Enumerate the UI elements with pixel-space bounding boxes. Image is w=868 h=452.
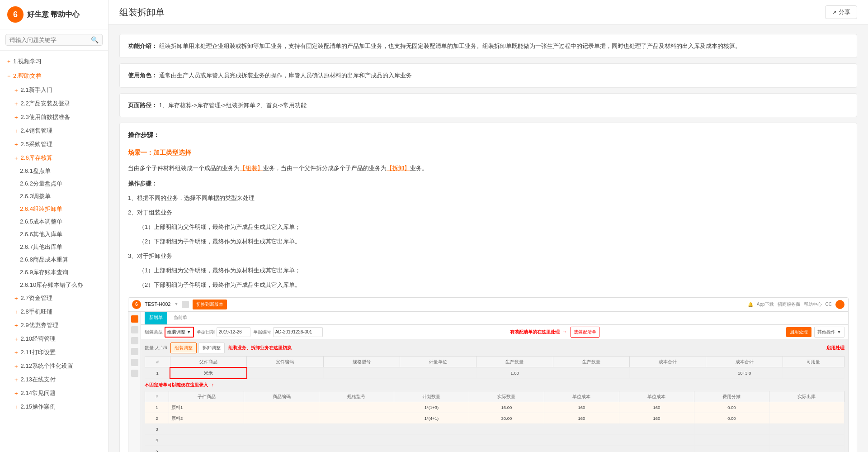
sidebar-item-2.2[interactable]: +2.2产品安装及登录 [0,97,108,110]
sidebar-item-2.6.7[interactable]: 2.6.7其他出库单 [0,241,108,253]
sim-th-child-code: 商品编码 [244,391,319,402]
td-spec [323,367,400,379]
sim-table-child-header-row: # 子件商品 商品编码 规格型号 计划数量 实际数量 单位成本 单位成本 [145,391,844,402]
sim-sidebar-icon-3 [131,337,138,344]
sidebar-item-1[interactable]: +1.视频学习 [0,54,108,69]
sidebar: 6 好生意 帮助中心 🔍 +1.视频学习−2.帮助文档+2.1新手入门+2.2产… [0,0,108,452]
sim-nav-btn: 切换到新版本 [193,300,227,309]
td-0-6: 160 [544,402,619,413]
main-content: 功能介绍： 组装拆卸单用来处理企业组装或拆卸等加工业务，支持有固定装配清单的产品… [108,25,868,452]
share-button[interactable]: ↗ 分享 [825,5,857,19]
td-seq: 1 [145,367,170,379]
sidebar-item-2.10[interactable]: +2.10经营管理 [0,332,108,346]
sidebar-label-2.13: 2.13在线支付 [21,376,56,384]
sim-sidebar-icon-5 [131,359,138,366]
sidebar-label-2.2: 2.2产品安装及登录 [21,100,70,108]
td-1-4: 1*(4+1) [394,413,469,423]
sidebar-item-2.14[interactable]: +2.14常见问题 [0,386,108,400]
sidebar-label-2.5: 2.5采购管理 [21,140,52,148]
td-2-6 [544,424,619,435]
sim-zaoshang: 招商服务商 [778,300,800,309]
sim-more-btn[interactable]: 其他操作 ▼ [814,327,844,338]
screenshot-container: 6 TEST-H002 ▼ 切换到新版本 🔔 App下载 招商服务商 帮助中心 … [128,297,849,452]
sidebar-logo: 6 好生意 帮助中心 [0,0,108,29]
td-unit [400,367,476,379]
td-1-9 [769,413,844,423]
sidebar-item-2.6.1[interactable]: 2.6.1盘点单 [0,165,108,177]
td-avail [783,367,844,379]
td-4-4 [394,446,469,452]
sim-tabs: 新增单 当前单 [141,312,848,325]
td-2-8 [694,424,769,435]
sidebar-item-2.4[interactable]: +2.4销售管理 [0,124,108,138]
sidebar-item-2.6.9[interactable]: 2.6.9库存账本查询 [0,266,108,279]
sim-th-unit: 计量单位 [400,356,476,367]
sidebar-label-2.9: 2.9优惠券管理 [21,321,58,329]
sidebar-label-2.10: 2.10经营管理 [21,335,56,343]
sim-select-bom-btn[interactable]: 选装配清单 [571,327,599,338]
sim-table-parent-header: # 父件商品 父件编码 规格型号 计量单位 生产数量 生产数量 成本合计 [145,356,844,367]
plus-icon: + [14,141,18,148]
sidebar-item-2.11[interactable]: +2.11打印设置 [0,346,108,359]
sidebar-item-2[interactable]: −2.帮助文档 [0,69,108,83]
sim-topbar: 6 TEST-H002 ▼ 切换到新版本 🔔 App下载 招商服务商 帮助中心 … [128,298,848,312]
sidebar-item-2.3[interactable]: +2.3使用前数据准备 [0,110,108,124]
sidebar-item-2.6.3[interactable]: 2.6.3调拨单 [0,190,108,203]
sim-sidebar-icon-6 [131,370,138,377]
td-4-6 [544,446,619,452]
sidebar-item-2.6.4[interactable]: 2.6.4组装拆卸单 [0,203,108,215]
sidebar-item-2.12[interactable]: +2.12系统个性化设置 [0,359,108,373]
search-wrap: 🔍 [5,34,103,46]
intro-block: 功能介绍： 组装拆卸单用来处理企业组装或拆卸等加工业务，支持有固定装配清单的产品… [119,34,857,58]
sim-th-actual-out: 实际出库 [769,391,844,402]
sidebar-item-2.9[interactable]: +2.9优惠券管理 [0,319,108,332]
sidebar-item-2.8[interactable]: +2.8手机旺铺 [0,305,108,319]
td-4-2 [244,446,319,452]
highlight-assembly: 【组装】 [240,165,263,171]
sidebar-item-2.1[interactable]: +2.1新手入门 [0,83,108,97]
sidebar-item-2.5[interactable]: +2.5采购管理 [0,138,108,151]
search-input[interactable] [9,37,91,43]
sidebar-nav: +1.视频学习−2.帮助文档+2.1新手入门+2.2产品安装及登录+2.3使用前… [0,51,108,452]
sidebar-item-2.6.6[interactable]: 2.6.6其他入库单 [0,228,108,241]
sim-date-input[interactable]: 2019-12-26 [217,327,250,337]
sim-th-parent-code: 父件编码 [247,356,323,367]
td-1-2 [244,413,319,423]
td-2-9 [769,424,844,435]
step-3-1: （1）上部明细为父件明细，最终作为原材料生成其它出库单； [139,265,849,276]
table-row: 2原料21*(4+1)30.001601600.00 [145,413,844,423]
td-2-2 [244,424,319,435]
sim-tab-new[interactable]: 新增单 [145,312,167,324]
td-3-6 [544,435,619,446]
sim-th-prod-qty2: 生产数量 [553,356,629,367]
intro-text: 组装拆卸单用来处理企业组装或拆卸等加工业务，支持有固定装配清单的产品加工业务，也… [159,43,741,49]
sidebar-item-2.6[interactable]: +2.6库存核算 [0,151,108,165]
sim-doctype-select[interactable]: 组装调整 ▼ [165,327,194,338]
sim-action-btn[interactable]: 启用处理 [786,327,811,337]
search-icon[interactable]: 🔍 [91,36,99,43]
path-label: 页面路径： [128,102,157,109]
sidebar-item-2.15[interactable]: +2.15操作案例 [0,400,108,414]
td-1-0: 2 [145,413,169,423]
sim-opt-disassembly[interactable]: 拆卸调整 [198,343,225,353]
sim-annotation-text: 有装配清单的在这里处理 [510,328,560,336]
sim-orderno-input[interactable]: AD-20191226-001 [273,327,323,337]
sidebar-item-2.7[interactable]: +2.7资金管理 [0,291,108,305]
sim-tab-current[interactable]: 当前单 [169,312,192,324]
sidebar-item-2.13[interactable]: +2.13在线支付 [0,373,108,386]
sim-th-seq: # [145,356,170,367]
highlight-disassembly: 【拆卸】 [387,165,410,171]
sidebar-label-2.15: 2.15操作案例 [21,403,56,411]
sidebar-item-2.6.5[interactable]: 2.6.5成本调整单 [0,215,108,228]
sim-table-child: # 子件商品 商品编码 规格型号 计划数量 实际数量 单位成本 单位成本 [145,391,844,452]
td-1-7: 160 [619,413,694,423]
sidebar-item-2.6.2[interactable]: 2.6.2分量盘点单 [0,177,108,190]
sidebar-item-2.6.10[interactable]: 2.6.10库存账本错了么办 [0,279,108,291]
sim-help: 帮助中心 [804,300,822,309]
sim-opt-assembly[interactable]: 组装调整 [170,343,197,353]
sidebar-item-2.6.8[interactable]: 2.6.8商品成本重算 [0,253,108,266]
td-2-3 [319,424,394,435]
sidebar-label-2.4: 2.4销售管理 [21,127,52,135]
td-2-0: 3 [145,424,169,435]
td-3-1 [169,435,244,446]
